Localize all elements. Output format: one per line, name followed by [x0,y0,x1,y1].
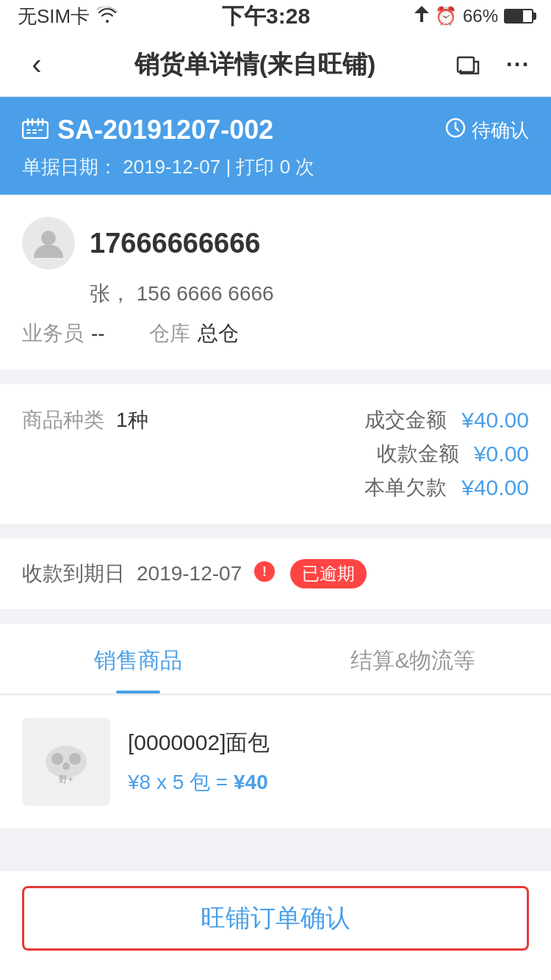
received-row: 收款金额 ¥0.00 [377,440,529,468]
more-button[interactable]: ··· [500,46,536,83]
product-thumbnail: 野+ [22,718,110,806]
svg-point-3 [41,231,56,245]
customer-meta: 业务员 -- 仓库 总仓 [22,320,529,347]
carrier-text: 无SIM卡 [18,4,90,29]
confirm-order-button[interactable]: 旺铺订单确认 [22,886,529,951]
warehouse-item: 仓库 总仓 [149,320,239,347]
svg-text:野+: 野+ [59,774,73,784]
alarm-icon: ⏰ [435,6,457,26]
salesperson-item: 业务员 -- [22,320,105,347]
order-meta: 单据日期： 2019-12-07 | 打印 0 次 [22,154,529,180]
svg-point-8 [69,753,81,765]
confirm-button-wrap: 旺铺订单确认 [0,871,551,980]
order-status: 待确认 [445,118,529,143]
order-icon [22,115,48,145]
avatar [22,217,75,270]
due-label: 收款到期日 [22,560,125,588]
due-section: 收款到期日 2019-12-07 ! 已逾期 [0,538,551,609]
order-header: SA-20191207-002 待确认 单据日期： 2019-12-07 | 打… [0,97,551,195]
due-date: 2019-12-07 [137,562,242,586]
share-button[interactable] [451,46,488,83]
wifi-icon [97,5,118,28]
status-time: 下午3:28 [222,1,310,32]
battery-icon [504,9,533,24]
customer-name: 张， 156 6666 6666 [22,280,529,308]
order-id-row: SA-20191207-002 [22,115,273,145]
amounts: 成交金额 ¥40.00 收款金额 ¥0.00 本单欠款 ¥40.00 [364,406,529,502]
customer-top: 17666666666 [22,217,529,270]
transaction-row: 成交金额 ¥40.00 [364,406,529,434]
clock-icon [445,118,466,143]
order-id-text: SA-20191207-002 [57,115,273,145]
product-name: [0000002]面包 [128,728,529,758]
status-left: 无SIM卡 [18,4,118,29]
overdue-badge: 已逾期 [290,559,367,588]
nav-actions: ··· [451,46,536,83]
product-section: 野+ [0000002]面包 ¥8 x 5 包 = ¥40 [0,696,551,828]
battery-percent: 66% [463,6,498,26]
status-right: ⏰ 66% [414,6,533,26]
stats-section: 商品种类 1种 成交金额 ¥40.00 收款金额 ¥0.00 本单欠款 ¥40.… [0,384,551,524]
product-item: 野+ [0000002]面包 ¥8 x 5 包 = ¥40 [22,718,529,806]
location-icon [414,6,429,26]
nav-bar: ‹ 销货单详情(来自旺铺) ··· [0,32,551,97]
product-info: [0000002]面包 ¥8 x 5 包 = ¥40 [128,728,529,796]
tab-settlement[interactable]: 结算&物流等 [276,624,551,693]
owed-row: 本单欠款 ¥40.00 [364,474,529,502]
tab-sales-product[interactable]: 销售商品 [0,624,276,693]
product-price-row: ¥8 x 5 包 = ¥40 [128,768,529,796]
product-total: ¥40 [234,771,268,793]
svg-point-7 [51,753,63,765]
product-type: 商品种类 1种 [22,406,364,434]
page-title: 销货单详情(来自旺铺) [59,48,451,82]
status-bar: 无SIM卡 下午3:28 ⏰ 66% [0,0,551,32]
customer-section: 17666666666 张， 156 6666 6666 业务员 -- 仓库 总… [0,195,551,370]
warning-icon: ! [253,561,276,588]
status-text: 待确认 [472,118,529,143]
svg-point-6 [46,746,87,778]
tabs: 销售商品 结算&物流等 [0,624,551,694]
svg-point-9 [62,763,70,770]
back-button[interactable]: ‹ [15,43,59,87]
svg-text:!: ! [262,564,267,579]
customer-phone: 17666666666 [90,228,260,259]
